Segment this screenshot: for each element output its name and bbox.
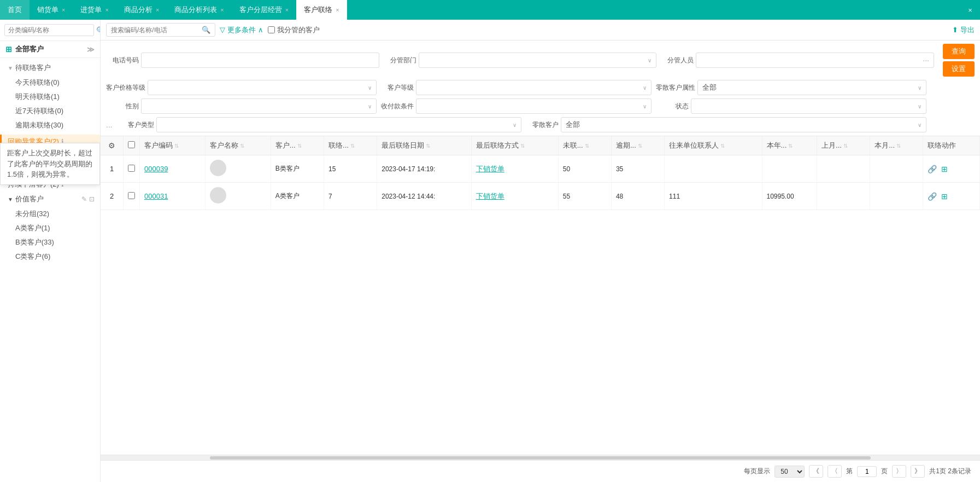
row2-checkbox <box>124 183 140 210</box>
export-button[interactable]: ⬆ 导出 <box>952 25 975 35</box>
pending-contact-header[interactable]: ▼ 待联络客户 <box>0 60 100 76</box>
pagination-bar: 每页显示 50 100 200 《 〈 第 页 〉 》 共1页 2条记录 <box>101 460 980 482</box>
gender-input[interactable]: ∨ <box>141 98 377 114</box>
nav-purchase[interactable]: 进货单 × <box>73 0 116 20</box>
per-page-label: 每页显示 <box>744 467 770 476</box>
phone-input[interactable] <box>141 53 379 68</box>
row2-contact-person: 111 <box>665 183 762 210</box>
last-month-sort-icon[interactable]: ⇅ <box>843 143 848 149</box>
col-contact-header: 联络... ⇅ <box>324 136 377 155</box>
next-page-button[interactable]: 〉 <box>892 465 906 478</box>
status-input[interactable]: ∨ <box>691 98 926 114</box>
retail-attr-label: 零散客户属性 <box>656 83 695 92</box>
uncontacted-sort-icon[interactable]: ⇅ <box>585 143 589 149</box>
retail-customer-chevron-icon: ∨ <box>918 122 922 128</box>
row2-select[interactable] <box>128 192 135 199</box>
contact-person-sort-icon[interactable]: ⇅ <box>720 143 725 149</box>
nav-product-analysis[interactable]: 商品分析 × <box>116 0 167 20</box>
customer-type-input[interactable]: ∨ <box>156 117 522 132</box>
phone-label: 电话号码 <box>106 56 139 65</box>
nav-customer-tier[interactable]: 客户分层经营 × <box>232 0 296 20</box>
sidebar-item-tomorrow[interactable]: 明天待联络(1) <box>0 90 100 104</box>
code-sort-icon[interactable]: ⇅ <box>174 143 179 149</box>
horizontal-scrollbar[interactable] <box>101 455 980 460</box>
filter-row-3: 性别 ∨ 收付款条件 ∨ 状态 <box>106 98 975 114</box>
last-method-sort-icon[interactable]: ⇅ <box>520 143 525 149</box>
select-all-checkbox[interactable] <box>128 141 135 148</box>
close-product-list-icon[interactable]: × <box>220 7 224 13</box>
dept-input[interactable]: ∨ <box>419 53 657 68</box>
edit-icon[interactable]: ✎ <box>81 195 87 203</box>
my-customers-checkbox[interactable]: 我分管的客户 <box>268 25 320 35</box>
nav-home[interactable]: 首页 <box>0 0 30 20</box>
first-page-button[interactable]: 《 <box>809 465 823 478</box>
customer-level-input[interactable]: ∨ <box>416 80 652 95</box>
row1-name <box>205 155 271 183</box>
close-sales-icon[interactable]: × <box>62 7 65 13</box>
close-purchase-icon[interactable]: × <box>105 7 108 13</box>
sidebar-item-7days[interactable]: 近7天待联络(0) <box>0 104 100 118</box>
query-button[interactable]: 查询 <box>943 44 975 59</box>
contact-sort-icon[interactable]: ⇅ <box>350 143 355 149</box>
row2-more-icon[interactable]: ⊞ <box>941 192 948 201</box>
row1-link-icon[interactable]: 🔗 <box>928 165 937 173</box>
nav-sales[interactable]: 销货单 × <box>30 0 73 20</box>
sidebar-item-a-class[interactable]: A类客户(1) <box>0 221 100 235</box>
all-customers-header[interactable]: ⊞ 全部客户 ≫ <box>0 41 100 58</box>
search-input[interactable] <box>111 26 202 34</box>
page-input[interactable] <box>857 466 877 477</box>
row1-more-icon[interactable]: ⊞ <box>941 165 948 173</box>
my-customers-check[interactable] <box>268 26 275 33</box>
close-all-tabs-button[interactable]: × <box>960 0 980 20</box>
close-product-analysis-icon[interactable]: × <box>156 7 159 13</box>
sidebar-item-c-class[interactable]: C类客户(6) <box>0 249 100 264</box>
more-arrow-icon: ∧ <box>258 26 263 34</box>
sidebar-search-input[interactable] <box>4 24 94 36</box>
page-unit: 页 <box>881 467 888 476</box>
value-customer-group-header[interactable]: ▼ 价值客户 ✎ ⊡ <box>0 191 100 207</box>
row2-code[interactable]: 000031 <box>140 183 206 210</box>
row1-num: 1 <box>101 155 124 183</box>
level-sort-icon[interactable]: ⇅ <box>297 143 302 149</box>
row1-last-date: 2023-04-17 14:19: <box>377 155 472 183</box>
payment-terms-input[interactable]: ∨ <box>416 98 652 114</box>
price-level-input[interactable]: ∨ <box>148 80 377 95</box>
more-conditions-button[interactable]: ▽ 更多条件 ∧ <box>220 25 263 35</box>
retail-customer-input[interactable]: 全部 ∨ <box>561 117 926 132</box>
payment-terms-cell: 收付款条件 ∨ <box>381 98 652 114</box>
per-page-select[interactable]: 50 100 200 <box>774 466 805 478</box>
sidebar-search-icon[interactable]: 🔍 <box>96 26 101 34</box>
last-date-sort-icon[interactable]: ⇅ <box>426 143 430 149</box>
nav-product-list[interactable]: 商品分析列表 × <box>167 0 231 20</box>
manager-input[interactable]: ··· <box>696 53 934 68</box>
col-action-header: 联络动作 <box>923 136 980 155</box>
last-page-button[interactable]: 》 <box>911 465 925 478</box>
sidebar-item-b-class[interactable]: B类客户(33) <box>0 235 100 249</box>
manager-dots-icon[interactable]: ··· <box>923 56 929 65</box>
overdue-sort-icon[interactable]: ⇅ <box>638 143 642 149</box>
close-customer-tier-icon[interactable]: × <box>285 7 289 13</box>
scrollbar-thumb[interactable] <box>210 456 871 460</box>
table-settings-icon[interactable]: ⚙ <box>105 140 119 151</box>
nav-customer-contact[interactable]: 客户联络 × <box>296 0 347 20</box>
this-year-sort-icon[interactable]: ⇅ <box>788 143 793 149</box>
row1-uncontacted: 50 <box>558 155 611 183</box>
row2-link-icon[interactable]: 🔗 <box>928 192 937 201</box>
row2-last-method: 下销货单 <box>471 183 558 210</box>
value-customer-settings-icon[interactable]: ⊡ <box>89 195 95 203</box>
sidebar-item-today[interactable]: 今天待联络(0) <box>0 76 100 90</box>
data-table-wrapper: ⚙ 客户编码 ⇅ 客户名称 <box>101 136 980 455</box>
this-month-sort-icon[interactable]: ⇅ <box>896 143 901 149</box>
retail-attr-input[interactable]: 全部 ∨ <box>697 80 926 95</box>
sidebar-item-overdue[interactable]: 逾期未联络(30) <box>0 118 100 132</box>
more-filters-dots[interactable]: ... <box>106 120 113 129</box>
close-customer-contact-icon[interactable]: × <box>336 7 339 13</box>
collapse-sidebar-icon[interactable]: ≫ <box>87 45 95 54</box>
row1-select[interactable] <box>128 165 135 172</box>
row1-code[interactable]: 000039 <box>140 155 206 183</box>
prev-page-button[interactable]: 〈 <box>828 465 842 478</box>
settings-button[interactable]: 设置 <box>943 61 975 77</box>
search-bar-icon[interactable]: 🔍 <box>202 26 210 34</box>
name-sort-icon[interactable]: ⇅ <box>240 143 244 149</box>
sidebar-item-ungroup[interactable]: 未分组(32) <box>0 207 100 221</box>
